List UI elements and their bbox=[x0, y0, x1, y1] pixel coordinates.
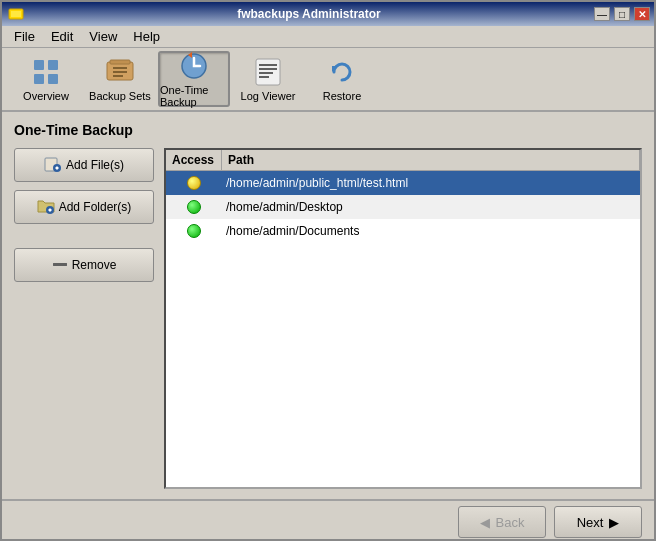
back-button[interactable]: ◀ Back bbox=[458, 506, 546, 538]
toolbar-btn-one-time-backup[interactable]: One-Time Backup bbox=[158, 51, 230, 107]
next-button[interactable]: Next ▶ bbox=[554, 506, 642, 538]
header-access: Access bbox=[166, 150, 222, 170]
access-indicator bbox=[166, 176, 222, 190]
table-row[interactable]: /home/admin/Desktop bbox=[166, 195, 640, 219]
next-label: Next bbox=[577, 515, 604, 530]
bottom-bar: ◀ Back Next ▶ bbox=[2, 499, 654, 541]
log-viewer-icon bbox=[252, 56, 284, 88]
svg-rect-21 bbox=[56, 166, 58, 169]
page-title: One-Time Backup bbox=[14, 122, 642, 138]
toolbar-label-overview: Overview bbox=[23, 90, 69, 102]
menu-bar: File Edit View Help bbox=[2, 26, 654, 48]
svg-rect-8 bbox=[113, 67, 127, 69]
toolbar-label-one-time-backup: One-Time Backup bbox=[160, 84, 228, 108]
add-folder-icon bbox=[37, 197, 55, 218]
svg-rect-15 bbox=[259, 72, 273, 74]
backup-sets-icon bbox=[104, 56, 136, 88]
access-dot-ok bbox=[187, 224, 201, 238]
svg-rect-26 bbox=[53, 263, 67, 266]
svg-rect-14 bbox=[259, 68, 277, 70]
menu-edit[interactable]: Edit bbox=[43, 27, 81, 46]
add-files-label: Add File(s) bbox=[66, 158, 124, 172]
title-bar: fwbackups Administrator — □ ✕ bbox=[2, 2, 654, 26]
remove-label: Remove bbox=[72, 258, 117, 272]
toolbar-btn-log-viewer[interactable]: Log Viewer bbox=[232, 51, 304, 107]
close-button[interactable]: ✕ bbox=[634, 7, 650, 21]
add-folder-button[interactable]: Add Folder(s) bbox=[14, 190, 154, 224]
app-icon bbox=[6, 6, 26, 22]
remove-button[interactable]: Remove bbox=[14, 248, 154, 282]
svg-rect-13 bbox=[259, 64, 277, 66]
maximize-button[interactable]: □ bbox=[614, 7, 630, 21]
content-area: One-Time Backup Add File(s) bbox=[2, 112, 654, 499]
file-list-header: Access Path bbox=[166, 150, 640, 171]
svg-rect-10 bbox=[113, 75, 123, 77]
svg-rect-16 bbox=[259, 76, 269, 78]
minimize-button[interactable]: — bbox=[594, 7, 610, 21]
svg-rect-7 bbox=[110, 60, 130, 64]
restore-icon bbox=[326, 56, 358, 88]
toolbar-label-backup-sets: Backup Sets bbox=[89, 90, 151, 102]
access-dot-spinning bbox=[187, 176, 201, 190]
file-path: /home/admin/public_html/test.html bbox=[222, 176, 640, 190]
svg-rect-5 bbox=[48, 74, 58, 84]
add-folder-label: Add Folder(s) bbox=[59, 200, 132, 214]
menu-help[interactable]: Help bbox=[125, 27, 168, 46]
window-title: fwbackups Administrator bbox=[26, 7, 592, 21]
access-dot-ok bbox=[187, 200, 201, 214]
back-label: Back bbox=[496, 515, 525, 530]
add-files-icon bbox=[44, 155, 62, 176]
svg-rect-1 bbox=[11, 11, 21, 17]
svg-rect-3 bbox=[48, 60, 58, 70]
access-indicator bbox=[166, 224, 222, 238]
svg-rect-2 bbox=[34, 60, 44, 70]
toolbar-label-log-viewer: Log Viewer bbox=[241, 90, 296, 102]
file-path: /home/admin/Documents bbox=[222, 224, 640, 238]
svg-rect-4 bbox=[34, 74, 44, 84]
overview-icon bbox=[30, 56, 62, 88]
toolbar: Overview Backup Sets One-Time Backup bbox=[2, 48, 654, 112]
menu-view[interactable]: View bbox=[81, 27, 125, 46]
next-icon: ▶ bbox=[609, 515, 619, 530]
svg-rect-9 bbox=[113, 71, 127, 73]
access-indicator bbox=[166, 200, 222, 214]
file-list: Access Path /home/admin/public_html/test… bbox=[164, 148, 642, 489]
menu-file[interactable]: File bbox=[6, 27, 43, 46]
toolbar-btn-restore[interactable]: Restore bbox=[306, 51, 378, 107]
one-time-backup-icon bbox=[178, 50, 210, 82]
remove-icon bbox=[52, 256, 68, 275]
file-list-scroll[interactable]: /home/admin/public_html/test.html /home/… bbox=[166, 171, 640, 487]
left-buttons: Add File(s) Add Folder(s) bbox=[14, 148, 154, 489]
toolbar-label-restore: Restore bbox=[323, 90, 362, 102]
table-row[interactable]: /home/admin/Documents bbox=[166, 219, 640, 243]
main-area: Add File(s) Add Folder(s) bbox=[14, 148, 642, 489]
toolbar-btn-backup-sets[interactable]: Backup Sets bbox=[84, 51, 156, 107]
file-path: /home/admin/Desktop bbox=[222, 200, 640, 214]
table-row[interactable]: /home/admin/public_html/test.html bbox=[166, 171, 640, 195]
svg-rect-24 bbox=[49, 208, 51, 211]
toolbar-btn-overview[interactable]: Overview bbox=[10, 51, 82, 107]
header-path: Path bbox=[222, 150, 640, 170]
add-files-button[interactable]: Add File(s) bbox=[14, 148, 154, 182]
back-icon: ◀ bbox=[480, 515, 490, 530]
